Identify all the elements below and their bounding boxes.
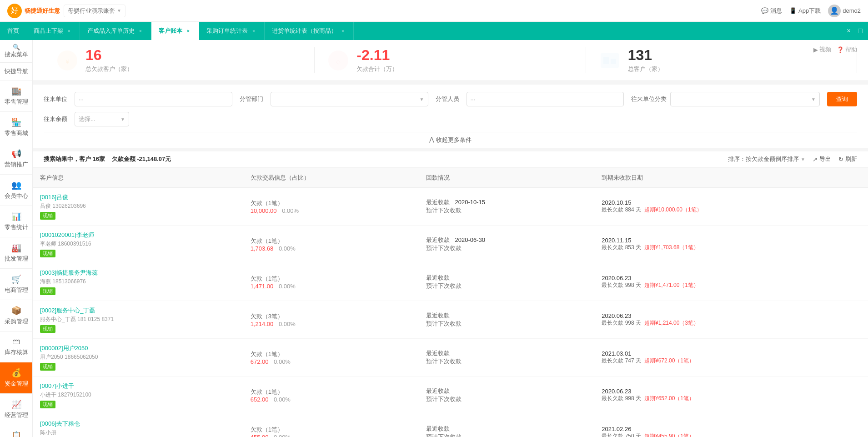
col-header-collection: 回款情况 [419,168,594,188]
balance-label: 往来余额 [44,115,71,123]
overdue-amount-link[interactable]: 超期¥652.00（1笔） [644,395,694,402]
tab-purchase-order-summary[interactable]: 采购订单统计表 × [199,22,265,40]
app-download-button[interactable]: 📱 App下载 [789,7,821,15]
customer-name-link[interactable]: [0002]服务中心_丁磊 [40,307,95,314]
refresh-button[interactable]: ↻ 刷新 [838,155,857,163]
customer-name-link[interactable]: [0016]吕俊 [40,194,68,201]
tab-close-icon[interactable]: × [185,28,191,34]
next-collect: 预计下次收款 [426,433,587,437]
customer-tag: 现销 [40,250,55,257]
stats-row: ¥ 16 总欠款客户（家） ◇ -2.11 欠款合计（ [33,40,868,81]
sidebar-item-inventory[interactable]: 🗃 库存核算 [0,332,32,362]
division-select[interactable]: ▼ [271,92,428,106]
tab-close-icon[interactable]: × [340,28,346,34]
debt-count: 欠款（1笔） [251,350,411,358]
cell-customer-info: [0007]小进干 小进干 18279152100 现销 [33,377,243,414]
cell-due-date: 2020.06.23 最长欠款 998 天 超期¥1,214.00（3笔） [594,301,868,339]
store-select[interactable]: 母婴行业演示账套 ▼ [64,5,125,17]
view-button[interactable]: ▶ 视频 [813,45,831,54]
overdue-amount-link[interactable]: 超期¥455.90（1笔） [644,433,694,437]
nav-tabs: 首页 商品上下架 × 产成品入库单历史 × 客户账本 × 采购订单统计表 × 进… [0,22,868,40]
query-button[interactable]: 查询 [827,92,857,106]
customer-tag: 现销 [40,212,55,220]
customer-name-link[interactable]: [0007]小进干 [40,382,74,389]
source-unit-input[interactable]: ··· [75,92,232,106]
overdue-amount-link[interactable]: 超期¥1,214.00（3笔） [644,320,699,326]
customer-name-link[interactable]: [0006]去下粮仓 [40,420,80,427]
logo-icon: 好 [7,4,22,18]
filter-balance: 往来余额 选择... ▼ [44,112,129,126]
tab-home[interactable]: 首页 [0,22,26,40]
debt-total-value: -2.11 [356,47,574,63]
tab-close-icon[interactable]: × [137,28,144,34]
tab-close-icon[interactable]: × [66,28,72,34]
cell-debt-info: 欠款（1笔） 1,703.68 0.00% [243,226,419,263]
customer-name-link[interactable]: [0003]畅捷服务尹海蕊 [40,269,98,276]
retail-stats-icon: 📊 [11,211,21,221]
debt-total-label: 欠款合计（万） [356,65,574,73]
window-maximize-button[interactable]: □ [856,25,864,37]
tab-products-on-off[interactable]: 商品上下架 × [26,22,80,40]
cell-due-date: 2021.02.26 最长欠款 750 天 超期¥455.90（1笔） [594,414,868,437]
sidebar-item-wholesale[interactable]: 🏭 批发管理 [0,237,32,269]
sidebar-item-member[interactable]: 👥 会员中心 [0,175,32,206]
user-menu[interactable]: 👤 demo2 [828,5,861,17]
content-area: ¥ 16 总欠款客户（家） ◇ -2.11 欠款合计（ [33,40,868,437]
table-row: [0001020001]李老师 李老师 18600391516 现销 欠款（1笔… [33,226,868,263]
sidebar-item-retail-stats[interactable]: 📊 零售统计 [0,206,32,237]
table-body: [0016]吕俊 吕俊 13026203696 现销 欠款（1笔） 10,000… [33,188,868,437]
filter-row-1: 往来单位 ··· 分管部门 ▼ 分管人员 · [44,92,857,106]
sort-select[interactable]: 排序：按欠款金额倒序排序 ▼ [728,155,805,163]
cell-due-date: 2020.06.23 最长欠款 998 天 超期¥1,471.00（1笔） [594,263,868,301]
overdue-amount-link[interactable]: 超期¥1,471.00（1笔） [644,282,699,288]
collapse-row[interactable]: ⋀ 收起更多条件 [44,132,857,148]
debt-amount: 455.90 0.00% [251,434,411,437]
result-bar: 搜索结果中，客户 16家 欠款金额 -21,148.07元 排序：按欠款金额倒序… [33,151,868,167]
top-bar: 好 畅捷通好生意 母婴行业演示账套 ▼ 💬 消息 📱 App下载 👤 demo2 [0,0,868,22]
help-button[interactable]: ❓ 帮助 [837,45,857,54]
svg-rect-6 [611,59,616,64]
tab-customer-account[interactable]: 客户账本 × [151,22,199,40]
overdue-info: 最长欠款 884 天 超期¥10,000.00（1笔） [602,206,861,214]
sidebar-item-retail-mall[interactable]: 🏪 零售商城 [0,112,32,143]
cell-debt-info: 欠款（1笔） 10,000.00 0.00% [243,188,419,226]
view-help-area: ▶ 视频 ❓ 帮助 [813,45,857,54]
sidebar-search[interactable]: 🔍 搜索菜单 [0,40,32,63]
export-button[interactable]: ↗ 导出 [813,155,831,163]
window-close-button[interactable]: × [845,25,853,37]
sidebar-quick-nav[interactable]: 快捷导航 [0,63,32,80]
cell-customer-info: [000002]用户2050 用户2050 18665062050 现销 [33,339,243,377]
sidebar-item-retail-mgmt[interactable]: 🏬 零售管理 [0,80,32,112]
overdue-amount-link[interactable]: 超期¥672.00（1笔） [644,357,694,364]
customer-name-link[interactable]: [0001020001]李老师 [40,231,94,238]
next-collect: 预计下次收款 [426,357,587,366]
tab-inbound-summary[interactable]: 进货单统计表（按商品） × [265,22,354,40]
unit-category-select[interactable]: ▼ [670,92,820,106]
filter-area: 往来单位 ··· 分管部门 ▼ 分管人员 · [33,85,868,148]
division-chevron-icon: ▼ [420,97,424,102]
table-row: [0007]小进干 小进干 18279152100 现销 欠款（1笔） 652.… [33,377,868,414]
filter-unit-category: 往来单位分类 ▼ [631,92,820,106]
next-collect: 预计下次收款 [426,320,587,328]
cell-debt-info: 欠款（1笔） 672.00 0.00% [243,339,419,377]
sidebar-item-operations[interactable]: 📈 经营管理 [0,394,32,425]
inventory-icon: 🗃 [12,337,20,347]
tab-close-icon[interactable]: × [251,28,257,34]
customer-name-link[interactable]: [000002]用户2050 [40,345,88,352]
balance-select[interactable]: 选择... ▼ [75,112,129,126]
top-bar-right: 💬 消息 📱 App下载 👤 demo2 [761,5,861,17]
overdue-amount-link[interactable]: 超期¥1,703.68（1笔） [644,244,699,251]
debt-count: 欠款（1笔） [251,426,411,434]
sidebar-item-purchase[interactable]: 📦 采购管理 [0,300,32,332]
sidebar-item-basic-info[interactable]: 📋 基础信息 [0,425,32,437]
sidebar-item-marketing[interactable]: 📢 营销推广 [0,143,32,175]
tab-product-history[interactable]: 产成品入库单历史 × [80,22,151,40]
debt-amount: 1,214.00 0.00% [251,321,411,327]
manager-input[interactable]: ··· [467,92,624,106]
stat-info-debt-total: -2.11 欠款合计（万） [356,47,574,73]
table-row: [000002]用户2050 用户2050 18665062050 现销 欠款（… [33,339,868,377]
messages-button[interactable]: 💬 消息 [761,7,782,15]
sidebar-item-ecommerce[interactable]: 🛒 电商管理 [0,269,32,300]
overdue-amount-link[interactable]: 超期¥10,000.00（1笔） [644,206,702,213]
sidebar-item-finance[interactable]: 💰 资金管理 [0,362,32,394]
